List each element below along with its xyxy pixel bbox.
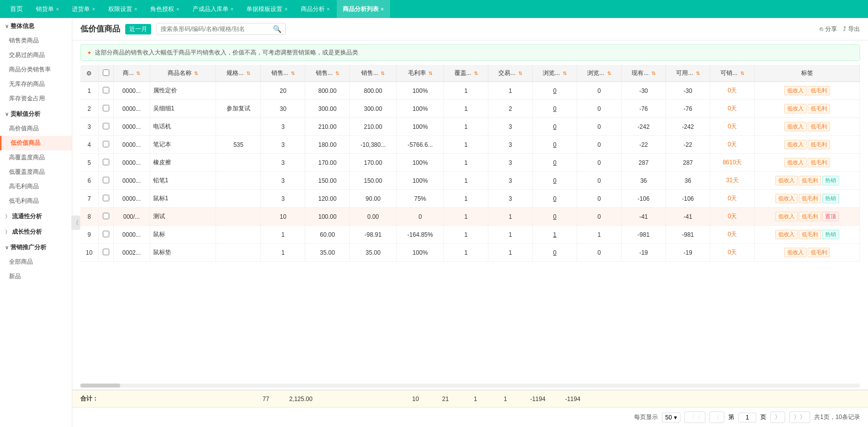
sidebar-item-category-sales[interactable]: 商品分类销售率 [0, 62, 72, 77]
row-checkbox[interactable] [103, 195, 109, 201]
view1-link[interactable]: 0 [553, 195, 557, 202]
row-checkbox[interactable] [103, 123, 109, 129]
tag: 低收入 [784, 104, 807, 113]
sidebar-group-general[interactable]: ∨ 整体信息 [0, 18, 72, 33]
sidebar-item-low-coverage[interactable]: 低覆盖度商品 [0, 165, 72, 179]
horizontal-scrollbar[interactable] [80, 384, 860, 388]
nav-template[interactable]: 单据模板设置 × [240, 0, 293, 18]
page-number-input[interactable] [738, 413, 756, 423]
cell-coverage: 1 [444, 100, 488, 118]
col-coverage[interactable]: 覆盖... ⇅ [444, 65, 488, 82]
nav-home[interactable]: 首页 [4, 0, 29, 18]
view1-link[interactable]: 0 [553, 177, 557, 184]
view1-link[interactable]: 1 [553, 231, 557, 238]
row-checkbox[interactable] [103, 231, 109, 237]
col-sellable[interactable]: 可销... ⇅ [710, 65, 755, 82]
sidebar-item-stock-capital[interactable]: 库存资金占用 [0, 91, 72, 106]
sidebar-group-marketing[interactable]: ∨ 营销推广分析 [0, 239, 72, 255]
sidebar-group-growth[interactable]: 〉 成长性分析 [0, 224, 72, 239]
share-button[interactable]: ⎋ 分享 [820, 25, 837, 33]
chevron-down-icon-2: ∨ [5, 111, 8, 117]
view1-link[interactable]: 0 [553, 249, 557, 256]
col-trade[interactable]: 交易... ⇅ [488, 65, 533, 82]
cell-price: 800.00 [305, 82, 350, 100]
first-page-button[interactable]: 〈〈 [684, 412, 705, 423]
sidebar-item-no-stock[interactable]: 无库存的商品 [0, 77, 72, 91]
nav-close-analysis[interactable]: × [327, 0, 330, 18]
view1-link[interactable]: 0 [553, 213, 557, 220]
cell-margin: 75% [397, 190, 444, 208]
select-all-checkbox[interactable] [103, 69, 109, 76]
sidebar-item-all-products[interactable]: 全部商品 [0, 255, 72, 269]
cell-view1: 0 [533, 208, 577, 226]
nav-close-role[interactable]: × [176, 0, 179, 18]
cell-name: 鼠标 [150, 226, 216, 244]
row-checkbox[interactable] [103, 87, 109, 93]
view1-link[interactable]: 0 [553, 123, 557, 130]
nav-product-analysis[interactable]: 商品分析 × [295, 0, 336, 18]
row-checkbox[interactable] [103, 177, 109, 183]
cell-tags: 低收入低毛利 [754, 136, 860, 154]
nav-product-analysis-list[interactable]: 商品分析列表 × [337, 0, 390, 18]
nav-close-production[interactable]: × [230, 0, 233, 18]
nav-role[interactable]: 角色授权 × [144, 0, 185, 18]
nav-production[interactable]: 产成品入库单 × [187, 0, 239, 18]
sidebar-group-liquidity[interactable]: 〉 流通性分析 [0, 208, 72, 224]
sidebar-item-high-value[interactable]: 高价值商品 [0, 121, 72, 136]
sidebar-item-low-value[interactable]: 低价值商品 [0, 136, 72, 150]
col-qty[interactable]: 销售... ⇅ [261, 65, 305, 82]
cell-margin: 100% [397, 100, 444, 118]
info-bar: ✦ 这部分商品的销售收入大幅低于商品平均销售收入，价值不高，可考虑调整营销策略，… [80, 44, 860, 61]
sidebar-collapse-button[interactable]: 《 [71, 215, 80, 230]
tag: 低毛利 [808, 122, 830, 131]
col-view2[interactable]: 浏览... ⇅ [577, 65, 622, 82]
col-settings[interactable]: ⚙ [80, 65, 98, 82]
row-checkbox[interactable] [103, 141, 109, 147]
sidebar-item-traded-products[interactable]: 交易过的商品 [0, 48, 72, 62]
nav-close-permission[interactable]: × [134, 0, 137, 18]
cell-sellable: 0天 [710, 226, 755, 244]
time-filter-button[interactable]: 近一月 [125, 24, 151, 34]
sidebar-item-new-products[interactable]: 新品 [0, 269, 72, 284]
nav-close-template[interactable]: × [284, 0, 287, 18]
nav-permission[interactable]: 权限设置 × [102, 0, 143, 18]
search-icon[interactable]: 🔍 [273, 25, 281, 33]
nav-purchase-order[interactable]: 进货单 × [66, 0, 101, 18]
col-sales[interactable]: 销售... ⇅ [350, 65, 397, 82]
per-page-select[interactable]: 50 ▾ [662, 413, 680, 423]
last-page-button[interactable]: 〉〉 [789, 412, 810, 423]
nav-close-analysis-list[interactable]: × [381, 0, 384, 18]
col-stock[interactable]: 现有... ⇅ [622, 65, 666, 82]
nav-close-sales[interactable]: × [56, 0, 59, 18]
col-code[interactable]: 商... ⇅ [113, 65, 150, 82]
view1-link[interactable]: 0 [553, 87, 557, 94]
row-checkbox[interactable] [103, 213, 109, 219]
col-avail[interactable]: 可用... ⇅ [666, 65, 710, 82]
nav-close-purchase[interactable]: × [92, 0, 95, 18]
sidebar-item-high-margin[interactable]: 高毛利商品 [0, 179, 72, 194]
view1-link[interactable]: 0 [553, 105, 557, 112]
col-name[interactable]: 商品名称 ⇅ [150, 65, 216, 82]
col-spec[interactable]: 规格... ⇅ [216, 65, 261, 82]
nav-sales-order[interactable]: 销货单 × [30, 0, 65, 18]
sidebar-item-sales-products[interactable]: 销售类商品 [0, 33, 72, 48]
sidebar-item-low-margin[interactable]: 低毛利商品 [0, 194, 72, 208]
col-margin[interactable]: 毛利率 ⇅ [397, 65, 444, 82]
prev-page-button[interactable]: 〈 [709, 412, 724, 423]
row-checkbox[interactable] [103, 159, 109, 165]
sidebar-group-contribution[interactable]: ∨ 贡献值分析 [0, 106, 72, 121]
cell-name: 吴细细1 [150, 100, 216, 118]
cell-qty: 3 [261, 190, 305, 208]
col-view1[interactable]: 浏览... ⇅ [533, 65, 577, 82]
export-button[interactable]: ⤴ 导出 [843, 25, 860, 33]
col-price[interactable]: 销售... ⇅ [305, 65, 350, 82]
sidebar-item-high-coverage[interactable]: 高覆盖度商品 [0, 150, 72, 165]
scroll-thumb[interactable] [80, 384, 120, 388]
search-input[interactable] [161, 25, 270, 32]
view1-link[interactable]: 0 [553, 159, 557, 166]
row-checkbox[interactable] [103, 105, 109, 111]
next-page-button[interactable]: 〉 [770, 412, 785, 423]
row-checkbox[interactable] [103, 249, 109, 255]
cell-checkbox [98, 208, 113, 226]
view1-link[interactable]: 0 [553, 141, 557, 148]
